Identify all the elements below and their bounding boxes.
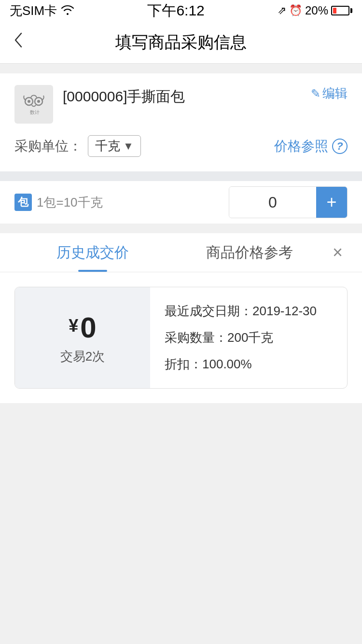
price-reference-button[interactable]: 价格参照 ?: [274, 137, 348, 155]
svg-point-3: [37, 100, 40, 103]
battery-percent: 20%: [305, 4, 328, 17]
tab-price-reference[interactable]: 商品价格参考: [171, 233, 327, 272]
signal-text: 无SIM卡: [10, 2, 57, 19]
battery-icon: [331, 6, 352, 15]
price-detail-date: 最近成交日期：2019-12-30: [165, 302, 333, 321]
unit-badge: 包: [14, 194, 32, 211]
unit-label: 采购单位：: [14, 137, 82, 155]
edit-icon: ✎: [311, 87, 320, 100]
section-divider: [0, 171, 362, 181]
price-number: 0: [80, 311, 96, 344]
product-header: 数计 [0000006]手撕面包 ✎ 编辑: [14, 85, 348, 124]
svg-text:数计: 数计: [30, 110, 40, 115]
price-trades: 交易2次: [60, 348, 105, 365]
quantity-input-group: +: [229, 186, 348, 218]
price-currency: ¥: [69, 316, 78, 336]
price-card: ¥ 0 交易2次 最近成交日期：2019-12-30 采购数量：200千克 折扣…: [14, 287, 348, 389]
time-display: 下午6:12: [147, 1, 204, 21]
unit-select[interactable]: 千克 ▼: [88, 135, 141, 157]
unit-value: 千克: [95, 138, 120, 154]
back-button[interactable]: [12, 29, 25, 55]
status-right: ⇗ ⏰ 20%: [278, 4, 352, 17]
status-left: 无SIM卡: [10, 2, 74, 19]
unit-section: 采购单位： 千克 ▼: [14, 135, 141, 157]
tab-history-price[interactable]: 历史成交价: [14, 233, 171, 272]
price-card-right: 最近成交日期：2019-12-30 采购数量：200千克 折扣：100.00%: [150, 287, 347, 388]
location-icon: ⇗: [278, 4, 286, 17]
price-ref-help-icon: ?: [332, 139, 348, 154]
price-card-container: ¥ 0 交易2次 最近成交日期：2019-12-30 采购数量：200千克 折扣…: [0, 272, 362, 403]
status-bar: 无SIM卡 下午6:12 ⇗ ⏰ 20%: [0, 0, 362, 21]
tab-header: 历史成交价 商品价格参考 ×: [0, 233, 362, 272]
alarm-icon: ⏰: [289, 4, 302, 17]
page-title: 填写商品采购信息: [115, 31, 247, 54]
nav-bar: 填写商品采购信息: [0, 21, 362, 64]
price-detail-discount: 折扣：100.00%: [165, 355, 333, 374]
product-left: 数计 [0000006]手撕面包: [14, 85, 185, 124]
product-unit-row: 采购单位： 千克 ▼ 价格参照 ?: [14, 135, 348, 157]
product-name: [0000006]手撕面包: [63, 85, 185, 107]
quantity-plus-button[interactable]: +: [316, 187, 347, 218]
main-content: 数计 [0000006]手撕面包 ✎ 编辑 采购单位： 千克: [0, 73, 362, 644]
wifi-icon: [61, 3, 74, 18]
tab-section: 历史成交价 商品价格参考 × ¥ 0 交易2次 最近成: [0, 233, 362, 403]
product-card: 数计 [0000006]手撕面包 ✎ 编辑 采购单位： 千克: [0, 73, 362, 171]
price-card-left: ¥ 0 交易2次: [15, 287, 150, 388]
price-ref-label: 价格参照: [274, 137, 328, 155]
edit-button[interactable]: ✎ 编辑: [311, 85, 348, 102]
unit-convert: 1包=10千克: [37, 194, 103, 211]
unit-arrow-icon: ▼: [123, 140, 134, 153]
product-logo: 数计: [19, 88, 48, 121]
price-detail-quantity: 采购数量：200千克: [165, 328, 333, 347]
price-amount: ¥ 0: [69, 311, 96, 344]
quantity-unit-label: 包 1包=10千克: [14, 194, 103, 211]
tab-active-indicator: [78, 270, 107, 272]
quantity-input[interactable]: [229, 187, 316, 218]
svg-point-2: [28, 100, 30, 103]
product-thumbnail: 数计: [14, 85, 53, 124]
quantity-row: 包 1包=10千克 +: [0, 181, 362, 224]
tab-close-button[interactable]: ×: [328, 242, 348, 263]
